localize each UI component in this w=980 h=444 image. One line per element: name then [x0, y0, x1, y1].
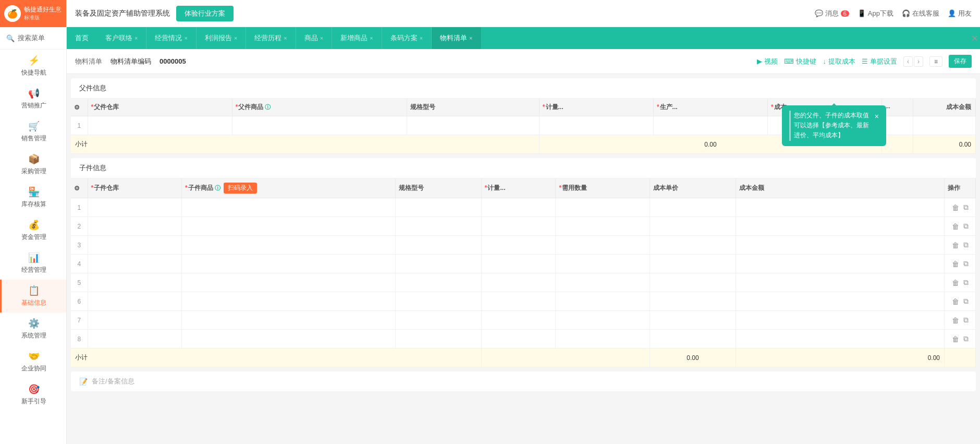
sidebar-item-enterprise[interactable]: 🤝 企业协同 [0, 345, 66, 378]
child-row-amount[interactable] [736, 311, 945, 330]
child-row-needed-qty[interactable] [556, 292, 650, 311]
child-row-goods[interactable] [181, 311, 395, 330]
tab-history[interactable]: 经营历程 × [246, 27, 296, 49]
tab-goods-close[interactable]: × [320, 35, 323, 41]
child-row-unit-cost[interactable] [650, 330, 736, 349]
child-row-needed-qty[interactable] [556, 236, 650, 255]
child-row-qty[interactable] [481, 292, 556, 311]
child-row-needed-qty[interactable] [556, 198, 650, 217]
child-row-qty[interactable] [481, 236, 556, 255]
sidebar-item-operations[interactable]: 📊 经营管理 [0, 247, 66, 280]
close-all-tabs-button[interactable]: ✕ [969, 33, 980, 43]
tab-customers[interactable]: 客户联络 × [97, 27, 146, 49]
child-row-needed-qty[interactable] [556, 330, 650, 349]
child-row-amount[interactable] [736, 273, 945, 292]
child-row-goods[interactable] [181, 236, 395, 255]
child-row-needed-qty[interactable] [556, 217, 650, 236]
search-menu-button[interactable]: 🔍 搜索菜单 [4, 31, 62, 45]
child-row-goods[interactable] [181, 217, 395, 236]
tab-operations[interactable]: 经营情况 × [146, 27, 196, 49]
delete-row-button[interactable]: 🗑 [951, 333, 960, 344]
tab-new-goods-close[interactable]: × [370, 35, 373, 41]
tab-home[interactable]: 首页 [67, 27, 97, 49]
child-row-spec[interactable] [395, 330, 481, 349]
copy-row-button[interactable]: ⧉ [962, 202, 970, 213]
note-placeholder[interactable]: 备注/备案信息 [92, 377, 134, 386]
app-download-button[interactable]: 📱 App下载 [858, 9, 893, 18]
tab-barcode-close[interactable]: × [420, 35, 423, 41]
child-row-warehouse[interactable] [88, 292, 181, 311]
child-row-unit-cost[interactable] [650, 311, 736, 330]
tab-goods[interactable]: 商品 × [296, 27, 332, 49]
child-row-amount[interactable] [736, 198, 945, 217]
child-row-qty[interactable] [481, 330, 556, 349]
child-row-needed-qty[interactable] [556, 311, 650, 330]
child-row-spec[interactable] [395, 311, 481, 330]
next-record-button[interactable]: › [914, 56, 923, 67]
delete-row-button[interactable]: 🗑 [951, 221, 960, 232]
parent-row-warehouse[interactable] [88, 116, 232, 135]
copy-row-button[interactable]: ⧉ [962, 296, 970, 307]
parent-row-goods[interactable] [232, 116, 407, 135]
shortcut-button[interactable]: ⌨ 快捷键 [784, 57, 816, 66]
child-row-amount[interactable] [736, 255, 945, 273]
child-row-spec[interactable] [395, 236, 481, 255]
tab-profit-close[interactable]: × [234, 35, 237, 41]
copy-row-button[interactable]: ⧉ [962, 315, 970, 326]
child-row-qty[interactable] [481, 311, 556, 330]
child-row-goods[interactable] [181, 292, 395, 311]
child-col-settings[interactable]: ⚙ [71, 178, 88, 198]
copy-row-button[interactable]: ⧉ [962, 333, 970, 344]
tab-barcode[interactable]: 条码方案 × [382, 27, 432, 49]
child-row-amount[interactable] [736, 292, 945, 311]
save-button[interactable]: 保存 [949, 55, 972, 68]
child-row-unit-cost[interactable] [650, 236, 736, 255]
child-row-spec[interactable] [395, 198, 481, 217]
child-row-amount[interactable] [736, 217, 945, 236]
child-row-warehouse[interactable] [88, 255, 181, 273]
child-row-goods[interactable] [181, 273, 395, 292]
child-row-spec[interactable] [395, 255, 481, 273]
tab-customers-close[interactable]: × [134, 35, 138, 41]
copy-row-button[interactable]: ⧉ [962, 221, 970, 232]
delete-row-button[interactable]: 🗑 [951, 315, 960, 326]
delete-row-button[interactable]: 🗑 [951, 239, 960, 250]
child-row-unit-cost[interactable] [650, 198, 736, 217]
tab-operations-close[interactable]: × [184, 35, 187, 41]
view-video-button[interactable]: ▶ 视频 [757, 57, 778, 66]
child-row-qty[interactable] [481, 255, 556, 273]
child-row-unit-cost[interactable] [650, 255, 736, 273]
child-row-spec[interactable] [395, 292, 481, 311]
child-row-unit-cost[interactable] [650, 217, 736, 236]
child-row-needed-qty[interactable] [556, 255, 650, 273]
child-row-spec[interactable] [395, 217, 481, 236]
tab-new-goods[interactable]: 新增商品 × [332, 27, 382, 49]
parent-row-prod[interactable] [653, 116, 767, 135]
tooltip-close-button[interactable]: × [875, 111, 879, 122]
delete-row-button[interactable]: 🗑 [951, 277, 960, 288]
delete-row-button[interactable]: 🗑 [951, 258, 960, 269]
copy-row-button[interactable]: ⧉ [962, 258, 970, 269]
child-row-goods[interactable] [181, 255, 395, 273]
child-row-warehouse[interactable] [88, 217, 181, 236]
breadcrumb-parent[interactable]: 物料清单 [75, 57, 102, 66]
sidebar-item-guide[interactable]: 🎯 新手引导 [0, 378, 66, 411]
child-row-spec[interactable] [395, 273, 481, 292]
child-row-qty[interactable] [481, 198, 556, 217]
scan-input-button[interactable]: 扫码录入 [224, 183, 257, 194]
child-row-warehouse[interactable] [88, 273, 181, 292]
child-row-warehouse[interactable] [88, 198, 181, 217]
single-setting-button[interactable]: ☰ 单据设置 [862, 57, 897, 66]
child-row-warehouse[interactable] [88, 236, 181, 255]
sidebar-item-sales[interactable]: 🛒 销售管理 [0, 115, 66, 148]
child-row-needed-qty[interactable] [556, 273, 650, 292]
child-row-amount[interactable] [736, 236, 945, 255]
sidebar-item-basic-info[interactable]: 📋 基础信息 [0, 280, 66, 313]
delete-row-button[interactable]: 🗑 [951, 202, 960, 213]
sidebar-item-inventory[interactable]: 🏪 库存核算 [0, 181, 66, 214]
child-row-unit-cost[interactable] [650, 273, 736, 292]
extract-cost-button[interactable]: ↓ 提取成本 [823, 57, 855, 66]
online-service-button[interactable]: 🎧 在线客服 [902, 9, 939, 18]
copy-row-button[interactable]: ⧉ [962, 277, 970, 288]
prev-record-button[interactable]: ‹ [903, 56, 913, 67]
